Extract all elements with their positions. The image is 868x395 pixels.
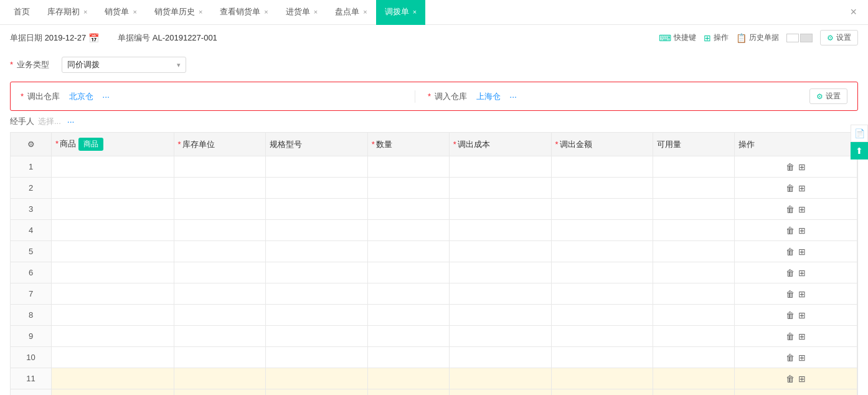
cell-qty[interactable] <box>367 368 449 389</box>
cell-qty[interactable] <box>367 326 449 347</box>
cell-product[interactable] <box>52 178 174 199</box>
in-wh-value[interactable]: 上海仓 <box>476 91 501 102</box>
cell-amount[interactable] <box>551 368 653 389</box>
view-mode-grid[interactable] <box>800 34 813 42</box>
tab-close-transfer[interactable]: × <box>413 8 417 16</box>
operation-btn[interactable]: ⊞ 操作 <box>704 32 729 43</box>
copy-row-btn[interactable]: ⊞ <box>798 268 806 278</box>
settings-btn[interactable]: ⚙ 设置 <box>820 30 858 45</box>
copy-row-btn[interactable]: ⊞ <box>798 183 806 193</box>
history-btn[interactable]: 📋 历史单据 <box>736 32 779 43</box>
cell-amount[interactable] <box>551 326 653 347</box>
cell-product[interactable] <box>52 199 174 220</box>
cell-amount[interactable] <box>551 156 653 178</box>
view-mode-list[interactable] <box>786 34 799 42</box>
tab-close-view-sales[interactable]: × <box>264 8 268 16</box>
out-wh-more-btn[interactable]: ··· <box>102 92 110 102</box>
handler-more-btn[interactable]: ··· <box>67 117 75 126</box>
delete-row-btn[interactable]: 🗑 <box>786 247 795 257</box>
cell-product[interactable] <box>52 305 174 326</box>
cell-cost[interactable] <box>449 326 551 347</box>
cell-qty[interactable] <box>367 241 449 262</box>
delete-row-btn[interactable]: 🗑 <box>786 289 795 299</box>
delete-row-btn[interactable]: 🗑 <box>786 353 795 363</box>
cell-cost[interactable] <box>449 262 551 283</box>
tab-sales-order[interactable]: 销货单 × <box>96 0 145 25</box>
copy-row-btn[interactable]: ⊞ <box>798 353 806 363</box>
cell-product[interactable] <box>52 156 174 178</box>
copy-row-btn[interactable]: ⊞ <box>798 374 806 384</box>
tab-close-sales-order[interactable]: × <box>133 8 136 16</box>
cell-product[interactable] <box>52 283 174 305</box>
cell-cost[interactable] <box>449 199 551 220</box>
cell-qty[interactable] <box>367 283 449 305</box>
cell-product[interactable] <box>52 220 174 241</box>
tab-close-stock-init[interactable]: × <box>83 8 87 16</box>
cell-qty[interactable] <box>367 199 449 220</box>
cell-cost[interactable] <box>449 156 551 178</box>
tab-close-inventory[interactable]: × <box>363 8 367 16</box>
cell-amount[interactable] <box>551 347 653 368</box>
delete-row-btn[interactable]: 🗑 <box>786 204 795 214</box>
cell-qty[interactable] <box>367 305 449 326</box>
tab-stock-init[interactable]: 库存期初 × <box>39 0 96 25</box>
cell-qty[interactable] <box>367 262 449 283</box>
copy-row-btn[interactable]: ⊞ <box>798 289 806 299</box>
cell-cost[interactable] <box>449 305 551 326</box>
cell-qty[interactable] <box>367 347 449 368</box>
tab-home[interactable]: 首页 <box>5 0 39 25</box>
delete-row-btn[interactable]: 🗑 <box>786 310 795 320</box>
cell-cost[interactable] <box>449 283 551 305</box>
in-wh-more-btn[interactable]: ··· <box>509 92 517 102</box>
copy-row-btn[interactable]: ⊞ <box>798 331 806 341</box>
tab-transfer[interactable]: 调拨单 × <box>376 0 425 25</box>
delete-row-btn[interactable]: 🗑 <box>786 226 795 236</box>
cell-amount[interactable] <box>551 283 653 305</box>
doc-date-value[interactable]: 2019-12-27 <box>45 33 87 42</box>
delete-row-btn[interactable]: 🗑 <box>786 162 795 172</box>
biz-type-select[interactable]: 同价调拨 ▾ <box>62 57 186 73</box>
cell-cost[interactable] <box>449 220 551 241</box>
delete-row-btn[interactable]: 🗑 <box>786 268 795 278</box>
delete-row-btn[interactable]: 🗑 <box>786 183 795 193</box>
cell-amount[interactable] <box>551 241 653 262</box>
shortcut-btn[interactable]: ⌨ 快捷键 <box>659 32 696 43</box>
cell-amount[interactable] <box>551 262 653 283</box>
copy-row-btn[interactable]: ⊞ <box>798 162 806 172</box>
delete-row-btn[interactable]: 🗑 <box>786 331 795 341</box>
cell-qty[interactable] <box>367 178 449 199</box>
cell-cost[interactable] <box>449 347 551 368</box>
tab-close-purchase[interactable]: × <box>314 8 318 16</box>
tab-inventory[interactable]: 盘点单 × <box>326 0 375 25</box>
cell-qty[interactable] <box>367 156 449 178</box>
cell-product[interactable] <box>52 262 174 283</box>
copy-row-btn[interactable]: ⊞ <box>798 247 806 257</box>
cell-cost[interactable] <box>449 178 551 199</box>
tab-view-sales[interactable]: 查看销货单 × <box>211 0 276 25</box>
cell-product[interactable] <box>52 347 174 368</box>
side-doc-btn[interactable]: 📄 <box>851 125 868 142</box>
close-all-tabs[interactable]: × <box>844 6 863 19</box>
tab-purchase[interactable]: 进货单 × <box>277 0 326 25</box>
wh-settings-btn[interactable]: ⚙ 设置 <box>809 88 847 104</box>
cell-amount[interactable] <box>551 220 653 241</box>
handler-select[interactable]: 选择... <box>38 116 61 127</box>
cell-amount[interactable] <box>551 199 653 220</box>
calendar-icon[interactable]: 📅 <box>88 33 99 43</box>
side-expand-btn[interactable]: ⬆ <box>851 142 868 159</box>
copy-row-btn[interactable]: ⊞ <box>798 310 806 320</box>
cell-cost[interactable] <box>449 368 551 389</box>
cell-qty[interactable] <box>367 220 449 241</box>
cell-product[interactable] <box>52 368 174 389</box>
cell-product[interactable] <box>52 326 174 347</box>
copy-row-btn[interactable]: ⊞ <box>798 204 806 214</box>
tab-sales-history[interactable]: 销货单历史 × <box>146 0 211 25</box>
scan-button[interactable]: 商品 <box>78 138 103 151</box>
tab-close-sales-history[interactable]: × <box>199 8 202 16</box>
cell-cost[interactable] <box>449 241 551 262</box>
delete-row-btn[interactable]: 🗑 <box>786 374 795 384</box>
th-gear[interactable]: ⚙ <box>11 133 52 156</box>
cell-amount[interactable] <box>551 305 653 326</box>
cell-amount[interactable] <box>551 178 653 199</box>
copy-row-btn[interactable]: ⊞ <box>798 226 806 236</box>
